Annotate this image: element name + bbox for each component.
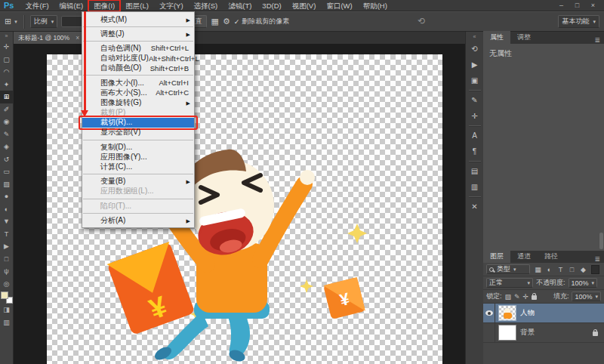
tab-adjustments[interactable]: 调整 xyxy=(510,31,538,44)
document-tab[interactable]: 未标题-1 @ 100% × xyxy=(14,32,84,44)
filter-smart-object-icon[interactable]: ◆ xyxy=(578,266,588,273)
clone-stamp-tool[interactable]: ◈ xyxy=(0,140,14,153)
menu-item[interactable]: 画布大小(S)...Alt+Ctrl+C xyxy=(82,88,194,97)
menubar-item[interactable]: 3D(D) xyxy=(257,0,286,11)
window-minimize-button[interactable]: – xyxy=(555,1,568,11)
panel-menu-icon[interactable]: ≣ xyxy=(594,36,604,44)
close-icon[interactable]: ✕ xyxy=(467,199,483,214)
menu-item[interactable]: 分析(A)▶ xyxy=(82,215,194,225)
notes-icon[interactable]: ▥ xyxy=(467,179,483,195)
scrollbar[interactable] xyxy=(599,233,603,249)
clone-source-icon[interactable]: ▣ xyxy=(467,72,483,88)
lasso-tool[interactable]: ◠ xyxy=(0,66,14,79)
menubar-item[interactable]: 窗口(W) xyxy=(321,0,357,11)
menubar-item[interactable]: 编辑(E) xyxy=(54,0,89,11)
panel-menu-icon[interactable]: ≣ xyxy=(594,255,604,263)
reset-icon[interactable]: ⟲ xyxy=(418,16,425,26)
tool-preset-dropdown-icon[interactable]: ▾ xyxy=(14,19,17,25)
menu-item[interactable]: 裁切(R)... xyxy=(82,118,194,128)
layer-row-background[interactable]: 背景 xyxy=(483,323,604,343)
workspace-switcher[interactable]: 基本功能 ▾ xyxy=(558,15,599,28)
tab-properties[interactable]: 属性 xyxy=(483,31,510,44)
menubar-item[interactable]: 文字(Y) xyxy=(154,0,189,11)
pen-tool[interactable]: ▼ xyxy=(0,215,14,228)
shape-tool[interactable]: □ xyxy=(0,253,14,266)
dodge-tool[interactable]: ◐ xyxy=(0,203,14,216)
lock-all-icon[interactable] xyxy=(532,295,537,300)
layer-row-character[interactable]: 人物 xyxy=(483,304,604,323)
fill-dropdown[interactable]: 100% ▾ xyxy=(572,292,601,301)
filter-toggle[interactable] xyxy=(591,265,599,274)
brush-presets-icon[interactable]: ✎ xyxy=(467,92,483,108)
close-tab-icon[interactable]: × xyxy=(76,32,79,44)
menubar-item[interactable]: 选择(S) xyxy=(189,0,223,11)
tool-presets-icon[interactable]: ✛ xyxy=(467,108,483,124)
marquee-tool[interactable]: ▢ xyxy=(0,54,14,66)
crop-tool[interactable]: ⊞ xyxy=(0,91,14,103)
menu-item[interactable]: 变量(B)▶ xyxy=(82,177,194,187)
character-icon[interactable]: A xyxy=(467,128,483,143)
crop-settings-gear-icon[interactable]: ⚙ xyxy=(223,17,230,26)
menu-item[interactable]: 模式(M)▶ xyxy=(82,14,194,24)
color-swatches[interactable] xyxy=(1,292,13,304)
move-tool[interactable]: ✛ xyxy=(0,41,14,54)
foreground-color-swatch[interactable] xyxy=(1,292,8,299)
visibility-toggle[interactable] xyxy=(483,304,495,322)
blur-tool[interactable]: ● xyxy=(0,190,14,203)
paragraph-icon[interactable]: ¶ xyxy=(467,143,483,159)
screen-mode-button[interactable]: ▥ xyxy=(0,316,14,329)
menubar-item[interactable]: 帮助(H) xyxy=(358,0,393,11)
layer-thumbnail[interactable] xyxy=(498,305,516,321)
filter-type-dropdown[interactable]: 类型 ▾ xyxy=(486,264,530,274)
lock-pixels-icon[interactable]: ✎ xyxy=(514,293,520,301)
visibility-toggle[interactable] xyxy=(483,323,495,342)
menubar-item[interactable]: 图像(I) xyxy=(88,0,120,11)
menu-item[interactable]: 调整(J)▶ xyxy=(82,29,194,39)
history-icon[interactable]: ⟲ xyxy=(467,41,483,57)
menu-item[interactable]: 计算(C)... xyxy=(82,162,194,171)
healing-brush-tool[interactable]: ◉ xyxy=(0,116,14,128)
crop-tool-icon[interactable]: ⊞ xyxy=(5,17,11,26)
menu-item[interactable]: 自动颜色(O)Shift+Ctrl+B xyxy=(82,63,194,73)
collapse-panels-icon[interactable]: « xyxy=(473,33,476,41)
filter-type-icon[interactable]: T xyxy=(556,266,565,273)
quick-selection-tool[interactable]: ✦ xyxy=(0,79,14,91)
menu-item[interactable]: 自动对比度(U)Alt+Shift+Ctrl+L xyxy=(82,54,194,63)
menubar-item[interactable]: 图层(L) xyxy=(120,0,154,11)
tab-paths[interactable]: 路径 xyxy=(538,250,565,263)
menubar-item[interactable]: 滤镜(T) xyxy=(223,0,257,11)
libraries-icon[interactable]: ▤ xyxy=(467,163,483,179)
layer-name[interactable]: 人物 xyxy=(520,308,535,318)
filter-adjustment-icon[interactable]: ◐ xyxy=(544,266,554,273)
path-selection-tool[interactable]: ▶ xyxy=(0,240,14,253)
menu-item[interactable]: 应用图像(Y)... xyxy=(82,152,194,162)
gradient-tool[interactable]: ▨ xyxy=(0,178,14,191)
window-close-button[interactable]: × xyxy=(587,1,599,11)
actions-icon[interactable]: ▶ xyxy=(467,57,483,72)
hand-tool[interactable]: ψ xyxy=(0,265,14,278)
history-brush-tool[interactable]: ↺ xyxy=(0,153,14,166)
eraser-tool[interactable]: ▭ xyxy=(0,165,14,178)
lock-transparent-icon[interactable]: ▨ xyxy=(505,293,512,301)
layer-name[interactable]: 背景 xyxy=(520,328,535,338)
menu-item[interactable]: 图像大小(I)...Alt+Ctrl+I xyxy=(82,78,194,88)
menu-item[interactable]: 显示全部(V) xyxy=(82,128,194,137)
menubar-item[interactable]: 视图(V) xyxy=(287,0,322,11)
filter-pixel-layer-icon[interactable]: ▦ xyxy=(533,266,543,273)
menu-item[interactable]: 复制(D)... xyxy=(82,142,194,152)
layer-thumbnail[interactable] xyxy=(498,325,516,341)
menubar-item[interactable]: 文件(F) xyxy=(20,0,54,11)
delete-cropped-pixels-checkbox[interactable]: ✓ 删除裁剪的像素 xyxy=(234,17,290,26)
brush-tool[interactable]: ✎ xyxy=(0,128,14,141)
eyedropper-tool[interactable]: ✐ xyxy=(0,103,14,116)
overlay-options-icon[interactable]: ▦ xyxy=(211,17,218,26)
tab-layers[interactable]: 图层 xyxy=(483,250,510,263)
zoom-tool[interactable]: ◎ xyxy=(0,278,14,291)
menu-item[interactable]: 图像旋转(G)▶ xyxy=(82,97,194,107)
opacity-dropdown[interactable]: 100% ▾ xyxy=(569,278,598,288)
blend-mode-dropdown[interactable]: 正常 ▾ xyxy=(486,278,533,288)
filter-shape-icon[interactable]: □ xyxy=(567,266,577,273)
tab-channels[interactable]: 通道 xyxy=(510,250,538,263)
collapse-toolbar-icon[interactable]: » xyxy=(5,32,8,41)
menu-item[interactable]: 自动色调(N)Shift+Ctrl+L xyxy=(82,43,194,53)
